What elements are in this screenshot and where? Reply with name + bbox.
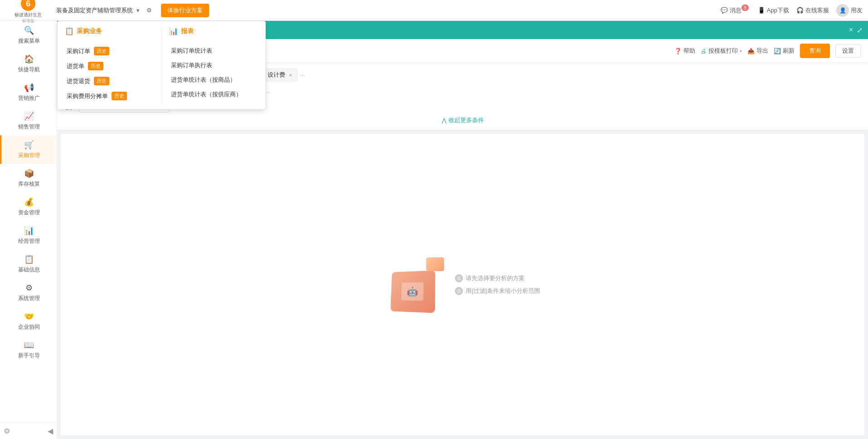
step1-num: ① [455,274,463,282]
sidebar-item-funds[interactable]: 💰 资金管理 [0,192,57,221]
purchase-dropdown-menu: 📋 采购业务 采购订单 历史 进货单 历史 进货退货 历史 采购费用分摊单 历史 [57,21,266,109]
sidebar-item-sales[interactable]: 📈 销售管理 [0,107,57,135]
logo-subtitle: 标准版 [22,18,34,24]
logo-icon: 6 [21,0,35,11]
phone-icon: 📱 [758,7,765,14]
menu-item-receive[interactable]: 进货单 历史 [65,59,154,74]
export-btn[interactable]: 📤 导出 [747,47,768,55]
logo-area: 6 畅捷通好生意 标准版 [5,0,51,24]
collapse-btn[interactable]: ⋀ 收起更多条件 [64,116,861,124]
sidebar-item-guide[interactable]: 📖 新手引导 [0,335,57,364]
empty-state: 🤖 ① 请先选择要分析的方案 ② 用[过滤]条件来缩小分析范围 [385,257,540,312]
menu-item-po-exec[interactable]: 采购订单执行表 [169,58,258,73]
po-stats-label: 采购订单统计表 [171,47,212,55]
sidebar-label-operations: 经营管理 [18,237,40,245]
sidebar-item-operations[interactable]: 📊 经营管理 [0,221,57,250]
system-title-dropdown[interactable]: 装备及固定资产辅助管理系统 ▾ [56,6,139,15]
sidebar-label-inventory: 库存核算 [18,180,40,188]
goods-tag-text: 设计费 [268,71,285,79]
settings-icon: ⚙ [146,7,152,14]
menu-item-supplier-stats[interactable]: 进货单统计表（按供应商） [169,87,258,102]
sidebar-bottom: ⚙ ◀ [0,423,57,439]
messages-btn[interactable]: 💬 消息 8 [721,6,751,15]
collapse-label: 收起更多条件 [449,116,484,124]
purchase-order-label: 采购订单 [67,47,90,55]
sidebar-label-system: 系统管理 [18,295,40,302]
sidebar-item-inventory[interactable]: 📦 库存核算 [0,164,57,192]
sidebar-label-basic-info: 基础信息 [18,266,40,274]
sidebar-item-search[interactable]: 🔍 搜索菜单 [0,21,57,49]
menu-item-po-stats[interactable]: 采购订单统计表 [169,44,258,58]
menu-item-purchase-order[interactable]: 采购订单 历史 [65,44,154,59]
goods-tag: 设计费 × [263,69,297,81]
export-icon: 📤 [747,48,755,54]
expense-history[interactable]: 历史 [112,92,127,100]
purchase-icon: 🛒 [24,140,34,150]
goods-tag-close[interactable]: × [289,72,293,79]
sidebar-label-quick-nav: 快捷导航 [18,66,40,74]
tab-expand-icon[interactable]: ⤢ [857,26,863,35]
purchase-order-history[interactable]: 历史 [94,47,109,55]
step1-text: 请先选择要分析的方案 [466,274,525,282]
sidebar-item-system[interactable]: ⚙ 系统管理 [0,278,57,307]
refresh-btn[interactable]: 🔄 刷新 [774,47,795,55]
settings-button[interactable]: 设置 [835,44,861,58]
sidebar-item-enterprise[interactable]: 🤝 企业协同 [0,307,57,335]
empty-text-container: ① 请先选择要分析的方案 ② 用[过滤]条件来缩小分析范围 [455,274,540,295]
sidebar-label-enterprise: 企业协同 [18,323,40,331]
home-icon: 🏠 [24,54,34,64]
settings-icon-btn[interactable]: ⚙ [143,4,156,17]
sidebar-collapse-btn[interactable]: ◀ [48,427,53,435]
sidebar-item-basic-info[interactable]: 📋 基础信息 [0,250,57,278]
sidebar-item-purchase[interactable]: 🛒 采购管理 [0,135,57,164]
receive-history[interactable]: 历史 [88,62,103,70]
sidebar-item-marketing[interactable]: 📢 营销推广 [0,78,57,107]
tab-close-all-icon[interactable]: × [849,26,853,34]
operations-icon: 📊 [24,226,34,236]
online-service-label: 在线客服 [805,6,829,15]
headset-icon: 🎧 [796,7,804,14]
menu-item-goods-stats[interactable]: 进货单统计表（按商品） [169,73,258,87]
print-btn[interactable]: 🖨 按模板打印 ▾ [701,47,742,55]
user-menu[interactable]: 👤 用友 [836,4,863,17]
funds-icon: 💰 [24,197,34,207]
return-history[interactable]: 历史 [94,77,109,85]
sidebar-item-quick-nav[interactable]: 🏠 快捷导航 [0,49,57,78]
export-label: 导出 [756,47,768,55]
query-button[interactable]: 查询 [800,44,830,58]
avatar: 👤 [836,4,849,17]
empty-step1: ① 请先选择要分析的方案 [455,274,540,282]
online-service-btn[interactable]: 🎧 在线客服 [796,6,829,15]
messages-label: 消息 [730,6,741,15]
empty-illustration: 🤖 [385,257,444,312]
help-icon: ❓ [674,48,682,54]
top-right: 💬 消息 8 📱 App下载 🎧 在线客服 👤 用友 [721,4,863,17]
inventory-icon: 📦 [24,168,34,178]
menu-item-return[interactable]: 进货退货 历史 [65,74,154,89]
help-btn[interactable]: ❓ 帮助 [674,47,695,55]
tab-actions: × ⤢ [849,26,868,35]
print-icon: 🖨 [701,48,707,54]
sidebar-settings-btn[interactable]: ⚙ [4,427,10,435]
chevron-down-icon: ▾ [137,7,139,14]
receive-label: 进货单 [67,62,84,70]
supplier-stats-label: 进货单统计表（按供应商） [171,90,242,99]
purchase-business-column: 📋 采购业务 采购订单 历史 进货单 历史 进货退货 历史 采购费用分摊单 历史 [58,27,161,104]
report-icon: 📊 [169,27,178,35]
enterprise-icon: 🤝 [24,311,34,321]
industry-button[interactable]: 体验行业方案 [161,4,209,17]
return-label: 进货退货 [67,77,90,85]
system-icon: ⚙ [25,283,33,293]
robot-screen: 🤖 [401,282,424,301]
goods-dots[interactable]: ··· [300,72,305,79]
purchase-business-label: 采购业务 [77,27,102,35]
menu-item-expense[interactable]: 采购费用分摊单 历史 [65,89,154,104]
app-download-btn[interactable]: 📱 App下载 [758,6,789,15]
logo-text-inner: 6 [26,0,30,9]
goods-stats-label: 进货单统计表（按商品） [171,76,236,84]
print-label: 按模板打印 [708,47,738,55]
main-content: 🤖 ① 请先选择要分析的方案 ② 用[过滤]条件来缩小分析范围 [61,134,864,435]
empty-step2: ② 用[过滤]条件来缩小分析范围 [455,287,540,295]
basic-info-icon: 📋 [24,254,34,264]
po-exec-label: 采购订单执行表 [171,61,212,69]
